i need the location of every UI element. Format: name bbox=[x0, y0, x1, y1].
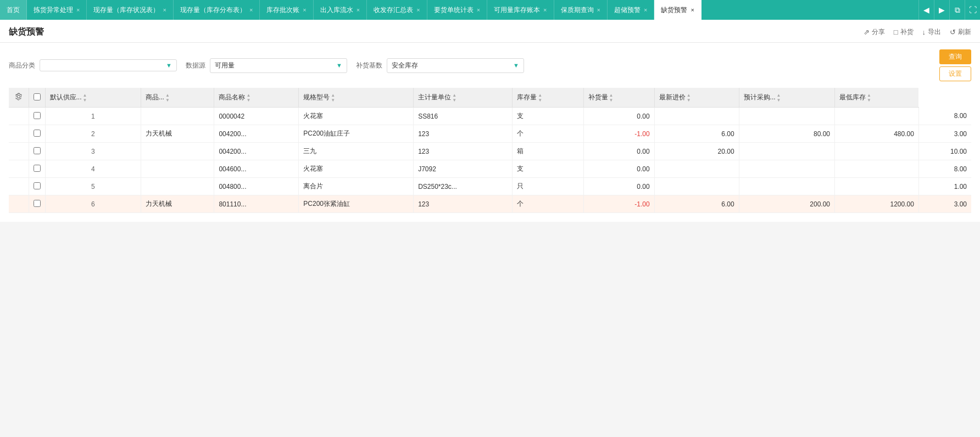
tab-close-shortage[interactable]: × bbox=[691, 7, 694, 13]
tab-inventory-dist[interactable]: 现存量（库存分布表）× bbox=[174, 0, 260, 20]
table-row: 5004800...离合片DS250*23c...只0.001.00 bbox=[9, 178, 971, 195]
sort-icon-latest_price: ▲▼ bbox=[687, 93, 691, 103]
tab-close-available-ledger[interactable]: × bbox=[543, 7, 547, 13]
row-select-checkbox-0[interactable] bbox=[34, 112, 41, 119]
sort-icon-product_code: ▲▼ bbox=[165, 93, 170, 103]
row-unit-0: 支 bbox=[513, 108, 583, 125]
tab-nav-buttons: ◀ ▶ ⧉ ⛶ bbox=[918, 0, 980, 20]
col-label-latest_price: 最新进价 bbox=[659, 93, 686, 101]
tab-label-collect-summary: 收发存汇总表 bbox=[374, 5, 413, 15]
export-icon: ↓ bbox=[922, 28, 926, 36]
row-unit-3: 支 bbox=[513, 160, 583, 178]
row-replenish_qty-2: 20.00 bbox=[654, 143, 739, 160]
col-default_supplier[interactable]: 默认供应...▲▼ bbox=[45, 88, 141, 108]
col-replenish_qty[interactable]: 补货量▲▼ bbox=[583, 88, 654, 108]
tab-close-overstock[interactable]: × bbox=[644, 7, 647, 13]
tab-close-inout-flow[interactable]: × bbox=[357, 7, 360, 13]
row-num-2: 3 bbox=[45, 143, 141, 160]
row-unit-1: 个 bbox=[513, 125, 583, 143]
row-min_stock-5: 3.00 bbox=[918, 195, 971, 213]
row-latest_price-2 bbox=[739, 143, 834, 160]
row-select-checkbox-3[interactable] bbox=[34, 165, 41, 172]
settings-button[interactable]: 设置 bbox=[939, 66, 971, 81]
category-select[interactable]: ▼ bbox=[40, 59, 177, 71]
col-stock[interactable]: 库存量▲▼ bbox=[513, 88, 583, 108]
datasource-select[interactable]: 可用量 ▼ bbox=[210, 58, 347, 73]
row-replenish_qty-4 bbox=[654, 178, 739, 195]
col-min_stock[interactable]: 最低库存▲▼ bbox=[835, 88, 919, 108]
row-select-checkbox-2[interactable] bbox=[34, 147, 41, 154]
tab-close-expiry-query[interactable]: × bbox=[597, 7, 600, 13]
category-arrow-icon: ▼ bbox=[166, 62, 172, 69]
datasource-filter-group: 数据源 可用量 ▼ bbox=[186, 58, 347, 73]
replenish-basis-filter-group: 补货基数 安全库存 ▼ bbox=[356, 58, 524, 73]
select-all-checkbox[interactable] bbox=[34, 93, 41, 100]
row-latest_price-3 bbox=[739, 160, 834, 178]
row-est_purchase-4 bbox=[835, 178, 919, 195]
share-button[interactable]: ⇗ 分享 bbox=[864, 27, 885, 37]
col-product_code[interactable]: 商品...▲▼ bbox=[141, 88, 214, 108]
tab-expiry-query[interactable]: 保质期查询× bbox=[554, 0, 608, 20]
col-label-replenish_qty: 补货量 bbox=[588, 93, 608, 101]
row-product_code-4: 004800... bbox=[214, 178, 299, 195]
row-checkbox-1[interactable] bbox=[29, 125, 45, 143]
replenish-button[interactable]: □ 补货 bbox=[894, 27, 914, 37]
tab-batch-account[interactable]: 库存批次账× bbox=[260, 0, 313, 20]
row-select-checkbox-4[interactable] bbox=[34, 182, 41, 189]
tab-label-batch-account: 库存批次账 bbox=[266, 5, 299, 15]
row-checkbox-5[interactable] bbox=[29, 195, 45, 213]
gear-icon bbox=[14, 92, 23, 101]
row-checkbox-2[interactable] bbox=[29, 143, 45, 160]
tab-overstock[interactable]: 超储预警× bbox=[608, 0, 654, 20]
col-gear[interactable] bbox=[9, 88, 29, 108]
tab-inventory-status[interactable]: 现存量（库存状况表）× bbox=[87, 0, 173, 20]
query-button[interactable]: 查询 bbox=[939, 49, 971, 64]
row-select-checkbox-5[interactable] bbox=[34, 200, 41, 207]
export-button[interactable]: ↓ 导出 bbox=[922, 27, 942, 37]
row-checkbox-4[interactable] bbox=[29, 178, 45, 195]
replenish-basis-select[interactable]: 安全库存 ▼ bbox=[387, 58, 524, 73]
col-est_purchase[interactable]: 预计采购...▲▼ bbox=[739, 88, 834, 108]
tab-label-shortage: 缺货预警 bbox=[661, 5, 687, 15]
refresh-button[interactable]: ↺ 刷新 bbox=[950, 27, 971, 37]
tab-collect-summary[interactable]: 收发存汇总表× bbox=[367, 0, 427, 20]
sort-icon-est_purchase: ▲▼ bbox=[777, 93, 781, 103]
row-spec-3: J7092 bbox=[414, 160, 513, 178]
sort-icon-unit: ▲▼ bbox=[452, 93, 456, 103]
tab-close-demand-stats[interactable]: × bbox=[477, 7, 480, 13]
sort-icon-spec: ▲▼ bbox=[331, 93, 335, 103]
tab-home[interactable]: 首页 bbox=[0, 0, 27, 20]
tab-label-home: 首页 bbox=[7, 5, 20, 15]
col-spec[interactable]: 规格型号▲▼ bbox=[299, 88, 414, 108]
tab-exception[interactable]: 拣货异常处理× bbox=[27, 0, 87, 20]
row-unit-4: 只 bbox=[513, 178, 583, 195]
tab-shortage[interactable]: 缺货预警× bbox=[654, 0, 701, 20]
tab-prev-btn[interactable]: ◀ bbox=[918, 0, 934, 20]
row-default_supplier-3 bbox=[141, 160, 214, 178]
tab-label-expiry-query: 保质期查询 bbox=[561, 5, 594, 15]
col-product_name[interactable]: 商品名称▲▼ bbox=[214, 88, 299, 108]
tab-available-ledger[interactable]: 可用量库存账本× bbox=[487, 0, 554, 20]
tab-close-inventory-status[interactable]: × bbox=[163, 7, 166, 13]
col-checkbox-header[interactable] bbox=[29, 88, 45, 108]
tab-inout-flow[interactable]: 出入库流水× bbox=[314, 0, 367, 20]
tab-window-btn[interactable]: ⧉ bbox=[949, 0, 965, 20]
row-checkbox-3[interactable] bbox=[29, 160, 45, 178]
tab-fullscreen-btn[interactable]: ⛶ bbox=[965, 0, 980, 20]
row-min_stock-2: 10.00 bbox=[918, 143, 971, 160]
row-select-checkbox-1[interactable] bbox=[34, 130, 41, 137]
row-product_name-5: PC200张紧油缸 bbox=[299, 195, 414, 213]
row-replenish_qty-5: 6.00 bbox=[654, 195, 739, 213]
col-unit[interactable]: 主计量单位▲▼ bbox=[414, 88, 513, 108]
row-checkbox-0[interactable] bbox=[29, 108, 45, 125]
tab-demand-stats[interactable]: 要货单统计表× bbox=[427, 0, 487, 20]
tab-close-exception[interactable]: × bbox=[76, 7, 80, 13]
tab-next-btn[interactable]: ▶ bbox=[934, 0, 949, 20]
tab-close-batch-account[interactable]: × bbox=[303, 7, 306, 13]
row-product_code-1: 004200... bbox=[214, 125, 299, 143]
row-est_purchase-5: 1200.00 bbox=[835, 195, 919, 213]
row-num-1: 2 bbox=[45, 125, 141, 143]
tab-close-inventory-dist[interactable]: × bbox=[249, 7, 253, 13]
tab-close-collect-summary[interactable]: × bbox=[416, 7, 420, 13]
col-latest_price[interactable]: 最新进价▲▼ bbox=[654, 88, 739, 108]
